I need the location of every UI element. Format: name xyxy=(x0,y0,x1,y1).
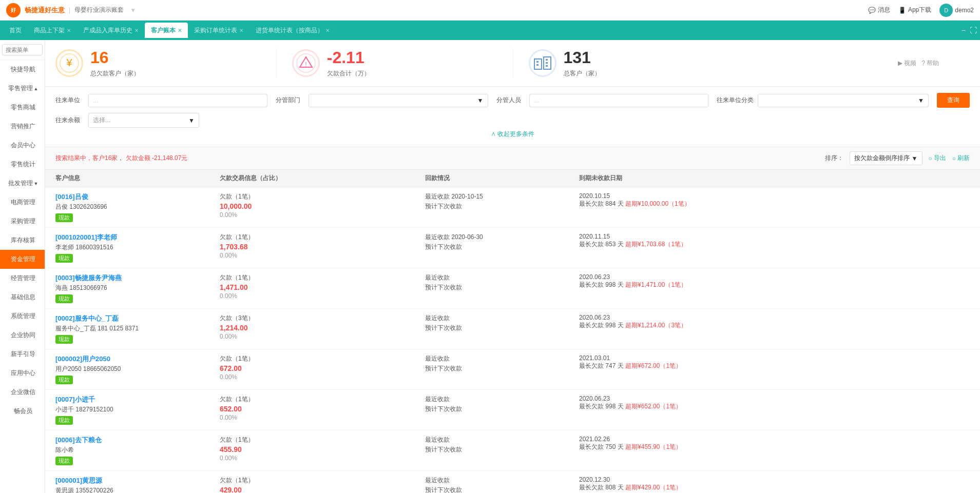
customer-name-link[interactable]: [0003]畅捷服务尹海燕 xyxy=(55,273,220,283)
debt-percent: 0.00% xyxy=(220,455,425,462)
maximize-icon[interactable]: ⛶ xyxy=(970,26,977,34)
overdue-link[interactable]: 超期¥1,703.68（1笔） xyxy=(625,241,687,248)
svg-rect-11 xyxy=(546,65,548,67)
filter-label-unit: 往来单位 xyxy=(55,96,84,105)
debt-info-cell: 欠款（1笔） 1,471.00 0.00% xyxy=(220,273,425,303)
sidebar-item-newbie-guide[interactable]: 新手引导 xyxy=(0,345,45,364)
customer-name-link[interactable]: [0001020001]李老师 xyxy=(55,233,220,242)
col-header-collection: 回款情况 xyxy=(425,174,579,183)
user-menu[interactable]: D demo2 xyxy=(939,4,974,17)
collection-cell: 最近收款 2020-10-15 预计下次收款 xyxy=(425,192,579,222)
sidebar-item-inventory[interactable]: 库存核算 xyxy=(0,231,45,250)
sidebar-item-member-center[interactable]: 会员中心 xyxy=(0,136,45,155)
sidebar-item-member-vip[interactable]: 畅会员 xyxy=(0,402,45,421)
customer-name-link[interactable]: [000001]黄思源 xyxy=(55,476,220,485)
sidebar-item-quick-nav[interactable]: 快捷导航 xyxy=(0,60,45,79)
customer-info-cell: [0003]畅捷服务尹海燕 海燕 18513066976 现款 xyxy=(55,273,220,303)
customer-name-link[interactable]: [000002]用户2050 xyxy=(55,354,220,364)
svg-rect-7 xyxy=(536,61,539,63)
table-row: [0002]服务中心_丁磊 服务中心_丁磊 181 0125 8371 现款 欠… xyxy=(45,309,980,349)
table-row: [000001]黄思源 黄思源 13552700226 现款 欠款（1笔） 42… xyxy=(45,471,980,493)
stats-row: ¥ 16 总欠款客户（家） ! -2.11 xyxy=(45,40,980,87)
debt-amount: 10,000.00 xyxy=(220,202,425,210)
sidebar-search-area xyxy=(0,40,45,60)
filter-select-balance[interactable]: 选择... ▼ xyxy=(88,113,199,128)
customer-name-link[interactable]: [0002]服务中心_丁磊 xyxy=(55,314,220,323)
sidebar-item-wholesale-mgmt[interactable]: 批发管理 ▼ xyxy=(0,174,45,193)
messages-btn[interactable]: 💬 消息 xyxy=(868,6,890,14)
overdue-link[interactable]: 超期¥429.00（1笔） xyxy=(625,484,682,491)
minimize-icon[interactable]: − xyxy=(962,26,966,34)
customer-name-link[interactable]: [0007]小进千 xyxy=(55,395,220,404)
col-header-duedate: 到期未收款日期 xyxy=(579,174,970,183)
help-icon: ? xyxy=(921,60,925,67)
filter-input-person[interactable]: ... xyxy=(529,94,708,107)
close-icon[interactable]: ✕ xyxy=(325,28,330,33)
export-btn[interactable]: ○ 导出 xyxy=(929,154,946,163)
overdue-link[interactable]: 超期¥455.90（1笔） xyxy=(625,443,682,450)
top-bar: 好 畅捷通好生意 | 母婴行业演示账套 ▼ 💬 消息 📱 App下载 D dem… xyxy=(0,0,980,21)
nav-tabs: 首页 商品上下架 ✕ 产成品入库单历史 ✕ 客户账本 ✕ 采购订单统计表 ✕ 进… xyxy=(0,21,980,40)
debt-count: 欠款（1笔） xyxy=(220,233,425,242)
customer-phone: 吕俊 13026203696 xyxy=(55,203,220,211)
sidebar-item-purchase-mgmt[interactable]: 采购管理 xyxy=(0,212,45,231)
filter-input-unit[interactable]: ... xyxy=(88,94,267,107)
stat-number-customers: 16 xyxy=(90,48,140,67)
overdue-link[interactable]: 超期¥10,000.00（1笔） xyxy=(625,200,690,207)
overdue-link[interactable]: 超期¥672.00（1笔） xyxy=(625,362,682,369)
customer-tag: 现款 xyxy=(55,457,73,465)
collapse-more-btn[interactable]: ∧ 收起更多条件 xyxy=(55,128,970,141)
sidebar-item-business-mgmt[interactable]: 经营管理 xyxy=(0,269,45,288)
sidebar-item-enterprise-wechat[interactable]: 企业微信 xyxy=(0,383,45,402)
sidebar-item-retail-shop[interactable]: 零售商城 xyxy=(0,98,45,117)
table-row: [0003]畅捷服务尹海燕 海燕 18513066976 现款 欠款（1笔） 1… xyxy=(45,268,980,309)
tab-purchase-stats[interactable]: 采购订单统计表 ✕ xyxy=(188,23,249,38)
sidebar-item-retail-mgmt[interactable]: 零售管理 ▲ xyxy=(0,79,45,98)
tab-production-history[interactable]: 产成品入库单历史 ✕ xyxy=(77,23,145,38)
help-btn[interactable]: ? 帮助 xyxy=(921,59,939,68)
close-icon[interactable]: ✕ xyxy=(67,28,71,33)
sidebar-search-input[interactable] xyxy=(2,44,43,55)
sidebar-item-retail-stats[interactable]: 零售统计 xyxy=(0,155,45,174)
stat-card-debt-total: ! -2.11 欠款合计（万） xyxy=(292,48,513,78)
filter-select-dept[interactable]: ▼ xyxy=(309,94,488,107)
tab-home[interactable]: 首页 xyxy=(3,23,28,38)
nav-actions: − ⛶ xyxy=(962,26,977,34)
svg-text:!: ! xyxy=(305,61,306,68)
sidebar-item-finance[interactable]: 资金管理 xyxy=(0,250,45,269)
sidebar-item-marketing[interactable]: 营销推广 xyxy=(0,117,45,136)
stat-info-3: 131 总客户（家） xyxy=(564,48,601,78)
sidebar-item-ecommerce[interactable]: 电商管理 xyxy=(0,193,45,212)
customer-name-link[interactable]: [0006]去下粮仓 xyxy=(55,436,220,445)
close-icon[interactable]: ✕ xyxy=(178,28,182,33)
video-help-btn[interactable]: ▶ 视频 xyxy=(898,59,916,68)
sidebar-item-system-mgmt[interactable]: 系统管理 xyxy=(0,307,45,326)
debt-count: 欠款（3笔） xyxy=(220,314,425,323)
customer-tag: 现款 xyxy=(55,294,73,303)
collection-cell: 最近收款 预计下次收款 xyxy=(425,273,579,303)
stat-info-2: -2.11 欠款合计（万） xyxy=(327,48,370,78)
tab-customer-account[interactable]: 客户账本 ✕ xyxy=(145,23,188,38)
close-icon[interactable]: ✕ xyxy=(239,28,243,33)
customer-tag: 现款 xyxy=(55,416,73,425)
debt-info-cell: 欠款（1笔） 10,000.00 0.00% xyxy=(220,192,425,222)
sidebar-item-enterprise-collab[interactable]: 企业协同 xyxy=(0,326,45,345)
sort-select[interactable]: 按欠款金额倒序排序 ▼ xyxy=(850,151,923,165)
refresh-btn[interactable]: ○ 刷新 xyxy=(952,154,970,163)
tab-stock-stats[interactable]: 进货单统计表（按商品） ✕ xyxy=(249,23,336,38)
app-download-btn[interactable]: 📱 App下载 xyxy=(898,6,931,14)
overdue-link[interactable]: 超期¥1,471.00（1笔） xyxy=(625,281,687,288)
overdue-link[interactable]: 超期¥1,214.00（3笔） xyxy=(625,322,687,329)
sidebar-item-basic-info[interactable]: 基础信息 xyxy=(0,288,45,307)
overdue-link[interactable]: 超期¥652.00（1笔） xyxy=(625,403,682,410)
customer-name-link[interactable]: [0016]吕俊 xyxy=(55,192,220,202)
sidebar-item-app-center[interactable]: 应用中心 xyxy=(0,364,45,383)
close-icon[interactable]: ✕ xyxy=(134,28,139,33)
search-button[interactable]: 查询 xyxy=(937,93,970,108)
filter-select-category[interactable]: ▼ xyxy=(758,94,929,107)
tab-goods-listing[interactable]: 商品上下架 ✕ xyxy=(28,23,77,38)
table-container: 客户信息 欠款交易信息（占比） 回款情况 到期未收款日期 [0016]吕俊 吕俊… xyxy=(45,170,980,493)
debt-info-cell: 欠款（1笔） 429.00 0.00% xyxy=(220,476,425,493)
customer-info-cell: [0016]吕俊 吕俊 13026203696 现款 xyxy=(55,192,220,222)
stat-number-debt: -2.11 xyxy=(327,48,370,67)
